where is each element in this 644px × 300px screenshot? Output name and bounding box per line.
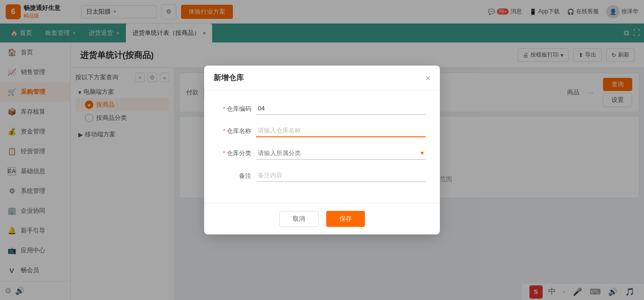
modal-overlay: 新增仓库 × *仓库编码 *仓库名称 *仓库分类 [0, 0, 644, 300]
add-warehouse-modal: 新增仓库 × *仓库编码 *仓库名称 *仓库分类 [204, 66, 440, 234]
chevron-down-icon: ▾ [421, 149, 424, 157]
modal-footer: 取消 保存 [204, 203, 440, 234]
note-row: 备注 [218, 169, 426, 182]
category-select-wrap[interactable]: ▾ [256, 147, 426, 160]
note-input[interactable] [256, 169, 426, 182]
modal-header: 新增仓库 × [204, 66, 440, 91]
code-label: *仓库编码 [218, 105, 251, 113]
modal-close-button[interactable]: × [425, 74, 430, 83]
save-button[interactable]: 保存 [326, 211, 365, 227]
name-row: *仓库名称 [218, 125, 426, 137]
name-label: *仓库名称 [218, 127, 251, 135]
warehouse-name-input[interactable] [256, 125, 426, 137]
warehouse-code-input[interactable] [256, 102, 426, 115]
category-row: *仓库分类 ▾ [218, 147, 426, 160]
note-label: 备注 [218, 172, 251, 180]
category-label: *仓库分类 [218, 149, 251, 158]
cancel-button[interactable]: 取消 [279, 211, 319, 227]
code-row: *仓库编码 [218, 102, 426, 115]
category-input[interactable] [258, 150, 421, 157]
modal-body: *仓库编码 *仓库名称 *仓库分类 ▾ [204, 91, 440, 203]
modal-title: 新增仓库 [214, 73, 244, 83]
